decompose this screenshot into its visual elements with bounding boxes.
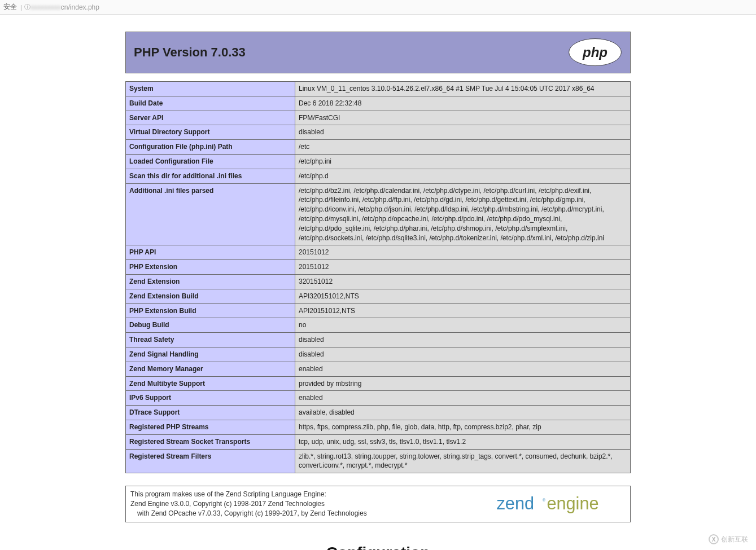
phpinfo-header: PHP Version 7.0.33 php bbox=[125, 32, 631, 73]
info-key: Zend Extension bbox=[126, 274, 295, 289]
table-row: Debug Buildno bbox=[126, 318, 631, 333]
svg-text:engine: engine bbox=[547, 494, 598, 513]
table-row: Zend Extension BuildAPI320151012,NTS bbox=[126, 289, 631, 303]
info-value: enabled bbox=[295, 362, 631, 376]
info-value: /etc/php.ini bbox=[295, 154, 631, 169]
info-key: Zend Extension Build bbox=[126, 289, 295, 303]
table-row: IPv6 Supportenabled bbox=[126, 391, 631, 406]
info-key: Zend Memory Manager bbox=[126, 362, 295, 376]
info-key: Build Date bbox=[126, 96, 295, 111]
configuration-heading: Configuration bbox=[125, 544, 631, 551]
browser-url-bar[interactable]: 安全 | ⓘ xxxxxxxxxcn/index.php bbox=[0, 0, 756, 15]
table-row: Configuration File (php.ini) Path/etc bbox=[126, 140, 631, 155]
info-value: https, ftps, compress.zlib, php, file, g… bbox=[295, 420, 631, 434]
table-row: PHP Extension BuildAPI20151012,NTS bbox=[126, 303, 631, 318]
info-value: 20151012 bbox=[295, 245, 631, 260]
info-key: Scan this dir for additional .ini files bbox=[126, 169, 295, 183]
info-key: Thread Safety bbox=[126, 333, 295, 347]
table-row: PHP Extension20151012 bbox=[126, 260, 631, 275]
info-value: 320151012 bbox=[295, 274, 631, 289]
svg-text:®: ® bbox=[543, 498, 545, 502]
info-value: tcp, udp, unix, udg, ssl, sslv3, tls, tl… bbox=[295, 434, 631, 449]
info-key: Configuration File (php.ini) Path bbox=[126, 140, 295, 155]
table-row: Thread Safetydisabled bbox=[126, 333, 631, 347]
info-value: enabled bbox=[295, 391, 631, 406]
zend-engine-text: This program makes use of the Zend Scrip… bbox=[130, 490, 367, 518]
php-logo-icon: php bbox=[568, 38, 622, 67]
table-row: Zend Extension320151012 bbox=[126, 274, 631, 289]
info-value: available, disabled bbox=[295, 406, 631, 420]
watermark-icon: X bbox=[709, 534, 719, 544]
watermark-text: 创新互联 bbox=[721, 535, 748, 544]
zend-engine-logo-icon: zend ® engine bbox=[496, 492, 626, 515]
info-value: provided by mbstring bbox=[295, 376, 631, 391]
info-key: Loaded Configuration File bbox=[126, 154, 295, 169]
info-key: Virtual Directory Support bbox=[126, 125, 295, 140]
info-key: System bbox=[126, 82, 295, 96]
info-value: Linux VM_0_11_centos 3.10.0-514.26.2.el7… bbox=[295, 82, 631, 96]
table-row: Registered Stream Socket Transportstcp, … bbox=[126, 434, 631, 449]
watermark: X 创新互联 bbox=[709, 534, 748, 544]
info-value: 20151012 bbox=[295, 260, 631, 275]
table-row: Registered Stream Filterszlib.*, string.… bbox=[126, 449, 631, 473]
info-key: Registered PHP Streams bbox=[126, 420, 295, 434]
svg-text:zend: zend bbox=[497, 494, 534, 513]
table-row: Loaded Configuration File/etc/php.ini bbox=[126, 154, 631, 169]
table-row: Virtual Directory Supportdisabled bbox=[126, 125, 631, 140]
info-key: Registered Stream Filters bbox=[126, 449, 295, 473]
php-version-title: PHP Version 7.0.33 bbox=[134, 45, 246, 60]
table-row: Zend Memory Managerenabled bbox=[126, 362, 631, 376]
info-value: disabled bbox=[295, 333, 631, 347]
table-row: Scan this dir for additional .ini files/… bbox=[126, 169, 631, 183]
separator-pipe: | bbox=[20, 4, 22, 11]
table-row: Zend Signal Handlingdisabled bbox=[126, 347, 631, 362]
security-label: 安全 bbox=[3, 2, 17, 12]
info-value: zlib.*, string.rot13, string.toupper, st… bbox=[295, 449, 631, 473]
svg-text:php: php bbox=[582, 45, 608, 60]
table-row: Server APIFPM/FastCGI bbox=[126, 111, 631, 125]
info-key: Debug Build bbox=[126, 318, 295, 333]
info-value: API20151012,NTS bbox=[295, 303, 631, 318]
info-key: DTrace Support bbox=[126, 406, 295, 420]
info-value: /etc/php.d bbox=[295, 169, 631, 183]
info-key: Zend Signal Handling bbox=[126, 347, 295, 362]
phpinfo-table: SystemLinux VM_0_11_centos 3.10.0-514.26… bbox=[125, 81, 631, 473]
info-key: Registered Stream Socket Transports bbox=[126, 434, 295, 449]
info-key: Additional .ini files parsed bbox=[126, 183, 295, 245]
zend-engine-box: This program makes use of the Zend Scrip… bbox=[125, 486, 631, 522]
info-value: Dec 6 2018 22:32:48 bbox=[295, 96, 631, 111]
table-row: Additional .ini files parsed/etc/php.d/b… bbox=[126, 183, 631, 245]
table-row: PHP API20151012 bbox=[126, 245, 631, 260]
table-row: Zend Multibyte Supportprovided by mbstri… bbox=[126, 376, 631, 391]
info-value: no bbox=[295, 318, 631, 333]
info-key: IPv6 Support bbox=[126, 391, 295, 406]
info-value: API320151012,NTS bbox=[295, 289, 631, 303]
table-row: Build DateDec 6 2018 22:32:48 bbox=[126, 96, 631, 111]
info-icon: ⓘ bbox=[24, 3, 30, 11]
table-row: SystemLinux VM_0_11_centos 3.10.0-514.26… bbox=[126, 82, 631, 96]
table-row: DTrace Supportavailable, disabled bbox=[126, 406, 631, 420]
table-row: Registered PHP Streamshttps, ftps, compr… bbox=[126, 420, 631, 434]
info-key: PHP API bbox=[126, 245, 295, 260]
phpinfo-page: PHP Version 7.0.33 php SystemLinux VM_0_… bbox=[125, 32, 631, 550]
info-value: disabled bbox=[295, 125, 631, 140]
info-key: Zend Multibyte Support bbox=[126, 376, 295, 391]
info-value: disabled bbox=[295, 347, 631, 362]
info-value: /etc/php.d/bz2.ini, /etc/php.d/calendar.… bbox=[295, 183, 631, 245]
info-value: /etc bbox=[295, 140, 631, 155]
info-key: PHP Extension Build bbox=[126, 303, 295, 318]
info-key: Server API bbox=[126, 111, 295, 125]
info-key: PHP Extension bbox=[126, 260, 295, 275]
info-value: FPM/FastCGI bbox=[295, 111, 631, 125]
url-display: xxxxxxxxxcn/index.php bbox=[30, 3, 99, 11]
